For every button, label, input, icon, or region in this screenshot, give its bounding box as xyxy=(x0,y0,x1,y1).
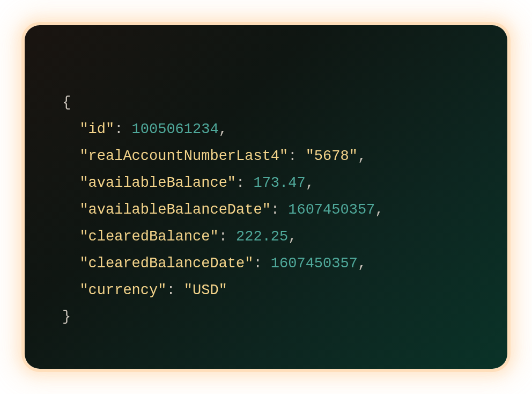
json-colon: : xyxy=(166,282,183,298)
code-card: { "id": 1005061234, "realAccountNumberLa… xyxy=(25,25,507,369)
json-comma: , xyxy=(219,121,227,137)
json-comma: , xyxy=(358,256,366,272)
json-comma: , xyxy=(358,148,366,164)
json-value: 1607450357 xyxy=(288,202,375,218)
json-colon: : xyxy=(271,202,288,218)
json-colon: : xyxy=(114,121,131,137)
json-value: "USD" xyxy=(184,282,227,298)
json-comma: , xyxy=(306,175,314,191)
json-key: "availableBalance" xyxy=(79,175,236,191)
json-comma: , xyxy=(288,229,297,245)
json-colon: : xyxy=(253,256,270,272)
json-key: "currency" xyxy=(79,282,166,298)
json-key: "clearedBalance" xyxy=(79,229,218,245)
json-code-block: { "id": 1005061234, "realAccountNumberLa… xyxy=(62,63,481,331)
json-colon: : xyxy=(236,175,253,191)
json-key: "id" xyxy=(79,121,114,137)
json-value: "5678" xyxy=(306,148,358,164)
json-key: "clearedBalanceDate" xyxy=(79,256,253,272)
json-comma: , xyxy=(375,202,383,218)
json-value: 222.25 xyxy=(236,229,288,245)
json-colon: : xyxy=(288,148,305,164)
json-value: 1005061234 xyxy=(132,121,219,137)
json-value: 1607450357 xyxy=(271,256,358,272)
json-value: 173.47 xyxy=(253,175,305,191)
json-key: "realAccountNumberLast4" xyxy=(79,148,288,164)
json-colon: : xyxy=(219,229,236,245)
close-bracket: } xyxy=(62,309,71,325)
open-bracket: { xyxy=(62,94,71,111)
json-key: "availableBalanceDate" xyxy=(79,202,270,218)
